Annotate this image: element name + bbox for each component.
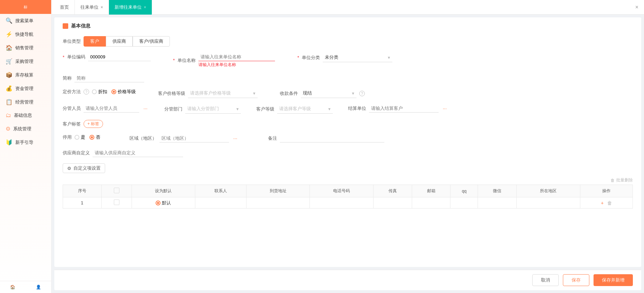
customer-price-level-select[interactable]: 请选择客户价格等级 ▾ [188,89,258,98]
cancel-button[interactable]: 取消 [532,274,559,286]
radio-yes[interactable]: 是 [74,134,85,140]
dept-chevron-icon: ▾ [236,106,239,112]
cust-level-chevron-icon: ▾ [328,106,331,112]
unit-code-field: * 单位编码 [63,53,151,61]
remark-input[interactable] [280,134,384,143]
manager-more-icon[interactable]: ··· [142,106,149,111]
row-add-button[interactable]: + [600,200,605,206]
col-address: 到货地址 [246,185,310,197]
unit-category-select[interactable]: 未分类 ▾ [323,53,392,62]
radio-price-level[interactable]: 价格等级 [111,89,136,95]
save-button[interactable]: 保存 [563,274,589,286]
type-btn-customer[interactable]: 客户 [84,36,106,47]
sidebar-item-system[interactable]: ⚙ 系统管理 [0,122,51,136]
table-header-row: 序号 设为默认 联系人 到货地址 电话号码 传真 邮箱 qq 微信 所在地区 操… [63,185,633,197]
custom-settings-button[interactable]: ⚙ 自定义项设置 [63,163,105,173]
tag-add-button[interactable]: + 标签 [84,120,103,128]
batch-delete-area: 🗑 批量删除 [63,177,633,183]
money-icon: 💰 [6,85,13,92]
sidebar-item-finance[interactable]: 💰 资金管理 [0,82,51,95]
disable-radio-group: 是 否 [74,134,100,140]
manager-input[interactable] [84,104,139,113]
department-select[interactable]: 请输入分管部门 ▾ [185,104,241,114]
pricing-help-icon[interactable]: ? [84,89,89,95]
cell-region [517,197,580,209]
tab-close-all[interactable]: × [633,4,641,10]
unit-type-label: 单位类型 [63,38,81,44]
radio-no[interactable]: 否 [89,134,100,140]
disable-label: 停用 [63,134,72,140]
section-flag-icon [63,23,68,29]
pricing-field: 定价方法 ? 折扣 价格等级 [63,89,136,95]
sidebar-item-purchase[interactable]: 🛒 采购管理 [0,55,51,68]
payment-chevron-icon: ▾ [352,91,354,96]
sidebar-item-quicknav[interactable]: ⚡ 快捷导航 [0,27,51,41]
department-field: 分管部门 请输入分管部门 ▾ [164,104,241,114]
payment-terms-field: 收款条件 现结 ▾ ? [280,89,365,98]
cell-check [101,197,132,209]
region-label: 区域（地区） [129,135,157,141]
cell-qq [450,197,478,209]
disable-field: 停用 是 否 [63,134,100,140]
row-default-radio[interactable]: 默认 [134,200,193,206]
type-btn-supplier[interactable]: 供应商 [106,36,133,47]
tab-partner-list-close[interactable]: × [101,5,103,10]
payment-terms-select[interactable]: 现结 ▾ [301,89,356,98]
unit-type-buttons: 客户 供应商 客户/供应商 [84,36,170,47]
cell-phone [310,197,374,209]
main-area: 首页 往来单位 × 新增往来单位 × × 基本信息 单位类型 客户 供应商 客户… [52,0,644,293]
col-region: 所在地区 [517,185,580,197]
customer-tag-field: 客户标签 + 标签 [63,120,103,128]
type-btn-both[interactable]: 客户/供应商 [133,36,170,47]
sidebar-item-sales[interactable]: 🏠 销售管理 [0,41,51,55]
supplier-custom-row: 供应商自定义 [63,149,633,157]
region-more-icon[interactable]: ··· [232,136,239,141]
unit-name-input[interactable] [198,53,275,61]
radio-discount[interactable]: 折扣 [92,89,107,95]
tab-home[interactable]: 首页 [54,0,75,15]
settle-more-icon[interactable]: ··· [441,106,448,111]
radio-yes-circle [74,135,79,140]
customer-level-select[interactable]: 请选择客户等级 ▾ [277,104,333,114]
table-row: 1 默认 [63,197,633,209]
payment-help-icon[interactable]: ? [359,91,365,96]
sidebar-user-btn[interactable]: 👤 [26,281,52,293]
cell-default: 默认 [132,197,195,209]
batch-delete-label[interactable]: 批量删除 [616,177,633,183]
bottom-bar: 取消 保存 保存并新增 [54,270,641,290]
short-name-input[interactable] [74,74,144,82]
col-action: 操作 [580,185,633,197]
supplier-custom-input[interactable] [93,149,183,157]
sidebar-item-guide[interactable]: 🔰 新手引导 [0,136,51,149]
sidebar-home-btn[interactable]: 🏠 [0,281,26,293]
unit-code-input[interactable] [88,53,151,61]
disable-row: 停用 是 否 区域（地区） ··· 备注 [63,134,633,143]
region-input[interactable] [159,134,229,143]
unit-name-error: 请输入往来单位名称 [198,62,275,68]
tab-partner-new-close[interactable]: × [144,5,146,10]
manager-row: 分管人员 ··· 分管部门 请输入分管部门 ▾ 客户等级 请选择客户等级 ▾ 结… [63,104,633,114]
header-checkbox[interactable] [114,188,119,193]
cell-email [412,197,450,209]
cell-address [246,197,310,209]
sidebar: 标 🔍 搜索菜单 ⚡ 快捷导航 🏠 销售管理 🛒 采购管理 📦 库存核算 💰 资… [0,0,52,293]
sidebar-item-operations[interactable]: 📋 经营管理 [0,95,51,109]
supplier-custom-label: 供应商自定义 [63,150,90,156]
pricing-row: 定价方法 ? 折扣 价格等级 客户价格等级 请选择客户价格等级 [63,89,633,98]
row-delete-button[interactable]: 🗑 [606,200,613,206]
save-new-button[interactable]: 保存并新增 [594,274,633,286]
col-email: 邮箱 [412,185,450,197]
payment-terms-label: 收款条件 [280,90,298,97]
sidebar-item-search[interactable]: 🔍 搜索菜单 [0,14,51,27]
sidebar-item-inventory[interactable]: 📦 库存核算 [0,68,51,82]
cell-action: + 🗑 [580,197,633,209]
tab-partner-list[interactable]: 往来单位 × [75,0,109,15]
unit-code-label: 单位编码 [67,54,85,60]
settle-unit-input[interactable] [369,104,439,113]
unit-name-input-group: 请输入往来单位名称 [198,53,275,68]
price-level-chevron-icon: ▾ [253,91,256,96]
row-checkbox[interactable] [114,200,119,205]
unit-type-field: 单位类型 客户 供应商 客户/供应商 [63,36,170,47]
sidebar-item-basic[interactable]: 🗂 基础信息 [0,109,51,122]
tab-partner-new[interactable]: 新增往来单位 × [109,0,152,15]
